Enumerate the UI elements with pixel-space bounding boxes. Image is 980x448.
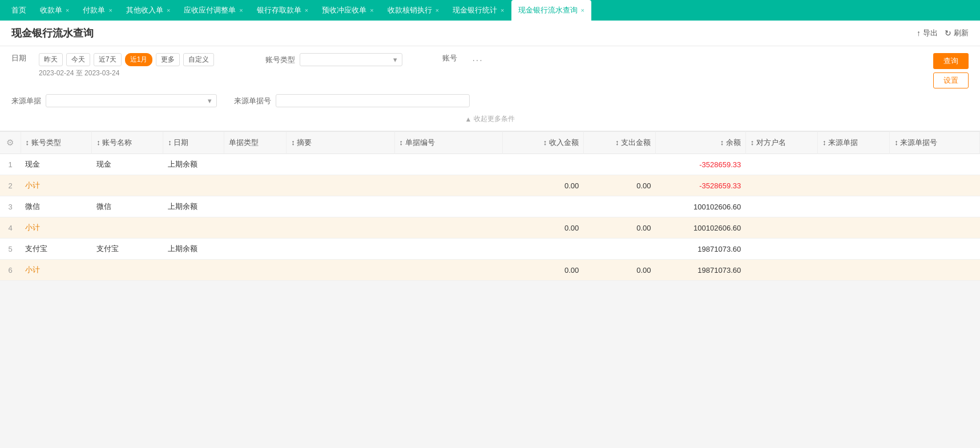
date-btn-1month[interactable]: 近1月 [125, 53, 153, 66]
nav-item-other-income[interactable]: 其他收入单 × [119, 0, 177, 21]
account-more-button[interactable]: ... [470, 53, 485, 63]
export-button[interactable]: ↑ 导出 [917, 28, 938, 38]
col-doc-type-label: 单据类型 [229, 138, 259, 147]
nav-item-stats[interactable]: 现金银行统计 × [446, 0, 511, 21]
cell-balance: 100102606.60 [656, 217, 746, 239]
nav-item-cashflow[interactable]: 现金银行流水查询 × [511, 0, 591, 21]
cell-account-name [92, 217, 163, 239]
cell-account-name: 支付宝 [92, 239, 163, 260]
cell-balance: 19871073.60 [656, 239, 746, 260]
cell-source-doc-no [890, 239, 980, 260]
cell-summary [287, 175, 394, 196]
cell-doc-no [394, 175, 502, 196]
collapse-label: 收起更多条件 [474, 114, 515, 124]
source-doc-no-input[interactable] [276, 94, 470, 107]
cell-account-type: 现金 [21, 154, 92, 175]
cell-index: 6 [0, 260, 21, 281]
source-doc-chevron-icon: ▾ [208, 96, 212, 105]
main-table: ⚙ ↕ 账号类型 ↕ 账号名称 ↕ 日期 单据类型 ↕ 摘要 ↕ [0, 131, 980, 281]
cell-counterpart [745, 217, 817, 239]
export-icon: ↑ [917, 29, 921, 38]
nav-item-adjustment[interactable]: 应收应付调整单 × [177, 0, 249, 21]
cell-account-type: 微信 [21, 196, 92, 217]
refresh-button[interactable]: ↻ 刷新 [945, 28, 969, 38]
settings-button[interactable]: 设置 [933, 72, 969, 88]
nav-close-advance[interactable]: × [370, 7, 373, 14]
cell-index: 5 [0, 239, 21, 260]
date-btn-yesterday[interactable]: 昨天 [39, 53, 63, 66]
cell-summary [287, 239, 394, 260]
nav-item-shoukuan[interactable]: 收款单 × [33, 0, 76, 21]
date-label: 日期 [11, 53, 34, 63]
cell-doc-no [394, 217, 502, 239]
nav-item-verify[interactable]: 收款核销执行 × [381, 0, 446, 21]
nav-label-cashflow: 现金银行流水查询 [518, 5, 578, 15]
nav-close-fukuan[interactable]: × [108, 7, 112, 14]
nav-close-adjustment[interactable]: × [239, 7, 243, 14]
col-gear: ⚙ [0, 132, 21, 154]
cell-source-doc-no [890, 154, 980, 175]
source-doc-select[interactable]: ▾ [46, 94, 217, 107]
collapse-bar[interactable]: ▲ 收起更多条件 [11, 112, 969, 124]
cell-doc-no [394, 239, 502, 260]
table-header-row: ⚙ ↕ 账号类型 ↕ 账号名称 ↕ 日期 单据类型 ↕ 摘要 ↕ [0, 132, 980, 154]
cell-doc-type [224, 239, 287, 260]
col-expense-label: ↕ 支出金额 [615, 138, 651, 147]
cell-account-name [92, 260, 163, 281]
source-doc-label: 来源单据 [11, 96, 41, 106]
date-btn-today[interactable]: 今天 [66, 53, 90, 66]
date-btn-7days[interactable]: 近7天 [94, 53, 122, 66]
cell-doc-type [224, 175, 287, 196]
cell-account-name [92, 175, 163, 196]
cell-doc-no [394, 154, 502, 175]
col-account-name: ↕ 账号名称 [92, 132, 163, 154]
cell-expense [583, 154, 655, 175]
cell-date: 上期余额 [163, 154, 224, 175]
nav-item-home[interactable]: 首页 [5, 0, 33, 21]
filter-actions: 查询 设置 [933, 53, 969, 88]
cell-source-doc-no [890, 260, 980, 281]
nav-close-verify[interactable]: × [435, 7, 439, 14]
cell-date [163, 217, 224, 239]
cell-doc-no [394, 196, 502, 217]
nav-label-other-income: 其他收入单 [126, 5, 163, 15]
gear-icon[interactable]: ⚙ [6, 138, 14, 147]
cell-source-doc [817, 154, 889, 175]
nav-label-advance: 预收冲应收单 [322, 5, 366, 15]
col-doc-type: 单据类型 [224, 132, 287, 154]
nav-close-other-income[interactable]: × [167, 7, 170, 14]
cell-source-doc [817, 196, 889, 217]
query-button[interactable]: 查询 [933, 53, 969, 69]
account-type-select[interactable]: ▾ [300, 53, 402, 66]
cell-expense: 0.00 [583, 217, 655, 239]
nav-close-stats[interactable]: × [501, 7, 504, 14]
cell-balance: 100102606.60 [656, 196, 746, 217]
cell-source-doc-no [890, 217, 980, 239]
date-btn-more[interactable]: 更多 [156, 53, 180, 66]
col-balance-label: ↕ 余额 [720, 138, 741, 147]
nav-label-bank-deposit: 银行存取款单 [257, 5, 301, 15]
cell-summary [287, 154, 394, 175]
cell-counterpart [745, 154, 817, 175]
cell-source-doc-no [890, 175, 980, 196]
nav-close-cashflow[interactable]: × [581, 7, 584, 14]
nav-close-shoukuan[interactable]: × [66, 7, 69, 14]
source-doc-no-label: 来源单据号 [234, 96, 271, 106]
nav-item-fukuan[interactable]: 付款单 × [76, 0, 119, 21]
cell-income [502, 239, 583, 260]
col-summary-label: ↕ 摘要 [291, 138, 312, 147]
cell-account-type: 小计 [21, 175, 92, 196]
nav-label-fukuan: 付款单 [83, 5, 105, 15]
cell-counterpart [745, 239, 817, 260]
account-type-label: 账号类型 [265, 55, 295, 65]
cell-income: 0.00 [502, 217, 583, 239]
cell-counterpart [745, 260, 817, 281]
date-btn-custom[interactable]: 自定义 [183, 53, 214, 66]
nav-close-bank-deposit[interactable]: × [305, 7, 308, 14]
cell-income [502, 154, 583, 175]
nav-item-advance[interactable]: 预收冲应收单 × [315, 0, 380, 21]
nav-item-bank-deposit[interactable]: 银行存取款单 × [250, 0, 315, 21]
cell-summary [287, 217, 394, 239]
cell-income [502, 196, 583, 217]
col-income: ↕ 收入金额 [502, 132, 583, 154]
